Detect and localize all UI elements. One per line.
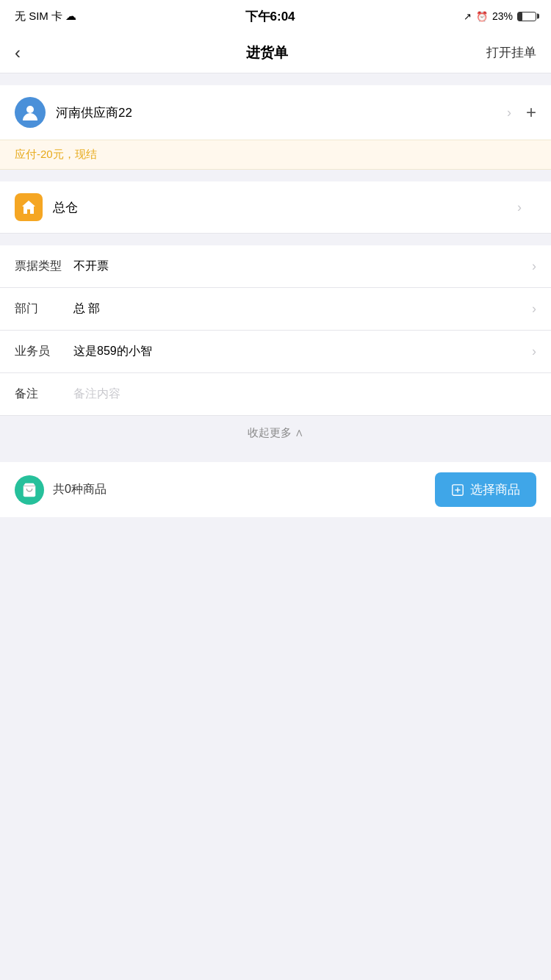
battery-icon: [517, 12, 536, 21]
salesperson-chevron-icon: ›: [532, 344, 536, 359]
remark-row[interactable]: 备注 备注内容: [0, 373, 551, 415]
back-button[interactable]: ‹: [15, 43, 47, 63]
open-pending-button[interactable]: 打开挂单: [486, 44, 536, 61]
notice-text: 应付-20元，现结: [15, 148, 97, 160]
supplier-chevron-icon: ›: [507, 105, 511, 120]
status-bar: 无 SIM 卡 ☁ 下午6:04 ↗ ⏰ 23%: [0, 0, 551, 32]
warehouse-row[interactable]: 总仓 ›: [0, 181, 551, 234]
invoice-type-row[interactable]: 票据类型 不开票 ›: [0, 245, 551, 288]
nav-bar: ‹ 进货单 打开挂单: [0, 32, 551, 73]
section-gap-2: [0, 170, 551, 181]
gray-fill-area: [0, 517, 551, 723]
warehouse-icon-wrap: [15, 193, 43, 221]
salesperson-value: 这是859的小智: [73, 344, 532, 359]
supplier-row[interactable]: 河南供应商22 › +: [0, 85, 551, 140]
svg-point-0: [26, 106, 34, 113]
select-product-button[interactable]: 选择商品: [435, 472, 536, 507]
person-icon: [21, 103, 40, 122]
alarm-icon: ⏰: [476, 11, 488, 22]
remark-label: 备注: [15, 386, 73, 402]
section-gap-4: [0, 450, 551, 462]
page-title: 进货单: [246, 43, 288, 62]
product-count-text: 共0种商品: [53, 482, 435, 497]
supplier-name: 河南供应商22: [56, 104, 507, 121]
supplier-avatar: [15, 97, 46, 128]
battery-label: 23%: [492, 10, 513, 22]
salesperson-label: 业务员: [15, 344, 73, 359]
location-icon: ↗: [464, 11, 472, 22]
shopping-bag-icon: [21, 482, 37, 498]
invoice-type-label: 票据类型: [15, 259, 73, 274]
warehouse-chevron-icon: ›: [517, 200, 522, 215]
status-left: 无 SIM 卡 ☁: [15, 10, 76, 24]
section-gap-3: [0, 234, 551, 245]
warehouse-section: 总仓 ›: [0, 181, 551, 234]
house-icon: [21, 199, 37, 215]
sim-signal-label: 无 SIM 卡 ☁: [15, 10, 76, 24]
department-chevron-icon: ›: [532, 301, 536, 317]
status-time: 下午6:04: [245, 8, 295, 25]
department-label: 部门: [15, 301, 73, 317]
bottom-bar: 共0种商品 选择商品: [0, 462, 551, 517]
department-value: 总 部: [73, 301, 532, 317]
add-button[interactable]: +: [526, 102, 536, 123]
invoice-type-chevron-icon: ›: [532, 259, 536, 274]
remark-value[interactable]: 备注内容: [73, 386, 536, 402]
form-section: 票据类型 不开票 › 部门 总 部 › 业务员 这是859的小智 › 备注 备注…: [0, 245, 551, 415]
select-product-label: 选择商品: [470, 481, 520, 498]
salesperson-row[interactable]: 业务员 这是859的小智 ›: [0, 331, 551, 373]
product-icon-wrap: [15, 475, 44, 505]
supplier-section: 河南供应商22 › + 应付-20元，现结: [0, 85, 551, 170]
section-gap-1: [0, 73, 551, 85]
collapse-button[interactable]: 收起更多 ∧: [0, 415, 551, 450]
warehouse-name: 总仓: [53, 199, 517, 216]
invoice-type-value: 不开票: [73, 259, 532, 274]
select-product-icon: [451, 483, 464, 497]
status-right: ↗ ⏰ 23%: [464, 10, 536, 22]
notice-bar: 应付-20元，现结: [0, 140, 551, 170]
department-row[interactable]: 部门 总 部 ›: [0, 288, 551, 331]
